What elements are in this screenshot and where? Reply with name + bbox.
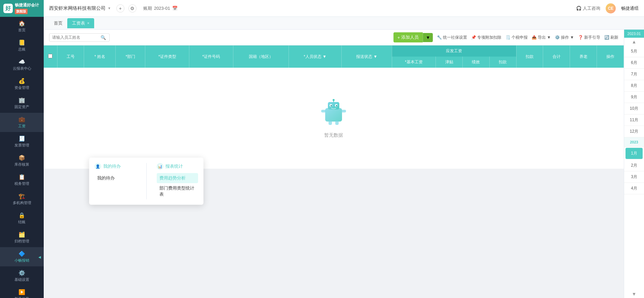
month-item-9[interactable]: 9月	[624, 92, 644, 103]
company-selector[interactable]: 西安虾米网络科技有限公司 ▼	[49, 5, 111, 11]
fund-icon: 💰	[18, 78, 25, 84]
month-item-3[interactable]: 3月	[624, 171, 644, 183]
sidebar-item-invoice[interactable]: 🧾 发票管理	[0, 132, 44, 151]
empty-state: 暂无数据	[44, 68, 624, 169]
add-person-btn[interactable]: + 添加人员	[393, 32, 423, 42]
calendar-icon[interactable]: 📅	[172, 6, 178, 11]
report-status-filter-icon[interactable]: ▼	[373, 54, 377, 59]
avatar-text: CE	[608, 6, 614, 11]
new-guide-action[interactable]: ❓ 新手引导	[578, 35, 600, 40]
sidebar-item-cloud-report[interactable]: ☁️ 云报表中心	[0, 55, 44, 74]
content-area: 🔍 + 添加人员 ▼ 🔧 统一社保设置 📌	[44, 30, 644, 298]
operation-arrow-icon: ▼	[570, 35, 574, 40]
user-avatar: CE	[606, 3, 616, 13]
social-insurance-icon: 🔧	[437, 35, 442, 40]
tab-home[interactable]: 首页	[49, 18, 67, 28]
th-report-status: 报送状态 ▼	[342, 45, 392, 68]
sidebar-label-multi-org: 多机构管理	[13, 200, 31, 205]
popup-section: 👤 我的待办 我的待办 📊 报表统计 费用趋势分析 部门费用类型统计表	[94, 163, 198, 199]
sidebar-label-inventory: 库存核算	[14, 162, 29, 167]
svg-point-7	[336, 105, 337, 106]
sidebar-label-archive: 归档管理	[14, 239, 29, 244]
popup-title-todo: 👤 我的待办	[94, 163, 136, 170]
month-item-1-current[interactable]: 1月	[626, 148, 643, 159]
th-payable-wage: 应发工资	[392, 45, 516, 57]
th-total: 合计	[543, 45, 570, 68]
th-operation: 操作	[597, 45, 624, 68]
month-item-5[interactable]: 5月	[624, 46, 644, 57]
tab-area-close-btn[interactable]: ×	[636, 4, 639, 9]
tab-wage-table[interactable]: 工资表 ×	[67, 18, 94, 28]
person-status-filter-icon[interactable]: ▼	[323, 54, 327, 59]
settings-btn[interactable]: ⚙	[128, 4, 137, 12]
empty-illustration	[318, 98, 349, 128]
sidebar-item-fund[interactable]: 💰 资金管理	[0, 74, 44, 94]
refresh-icon: 🔄	[604, 35, 609, 40]
customer-service-btn[interactable]: 🎧 人工咨询	[576, 5, 600, 11]
sidebar-item-home[interactable]: 🏠 首页	[0, 17, 44, 36]
sidebar-item-ledger[interactable]: 📒 总账	[0, 36, 44, 55]
month-up-btn[interactable]: ▲	[624, 38, 644, 46]
sidebar-item-archive[interactable]: 🗂️ 归档管理	[0, 228, 44, 247]
social-insurance-action[interactable]: 🔧 统一社保设置	[437, 35, 467, 40]
tab-bar: 首页 工资表 × ×	[44, 17, 644, 30]
svg-rect-0	[325, 108, 342, 122]
sidebar-item-new-guide[interactable]: ▶️ 新手引导	[0, 286, 44, 298]
month-item-8[interactable]: 8月	[624, 80, 644, 92]
operation-label: 操作	[561, 35, 569, 40]
month-item-4[interactable]: 4月	[624, 183, 644, 194]
dropdown-popup: 👤 我的待办 我的待办 📊 报表统计 费用趋势分析 部门费用类型统计表	[89, 158, 203, 205]
svg-point-3	[333, 99, 335, 101]
tab-close-btn[interactable]: ×	[87, 21, 89, 26]
special-deduction-action[interactable]: 📌 专项附加扣除	[471, 35, 501, 40]
sidebar-item-tax[interactable]: 📋 税务管理	[0, 170, 44, 190]
sidebar-item-closing[interactable]: 🔒 结账	[0, 209, 44, 228]
cloud-icon: ☁️	[18, 59, 25, 65]
search-icon[interactable]: 🔍	[101, 35, 106, 40]
month-item-7[interactable]: 7月	[624, 69, 644, 80]
header-actions: + ⚙ 账期 2023-01 📅	[116, 4, 178, 12]
personal-tax-action[interactable]: 🗒️ 个税申报	[505, 35, 528, 40]
sidebar-label-settings: 基础设置	[14, 277, 29, 282]
month-item-10[interactable]: 10月	[624, 103, 644, 114]
month-down-btn[interactable]: ▼	[624, 290, 644, 298]
sidebar-item-inventory[interactable]: 📦 库存核算	[0, 151, 44, 170]
add-company-btn[interactable]: +	[116, 4, 124, 12]
tax-icon: 📋	[18, 174, 25, 180]
search-input[interactable]	[52, 35, 99, 40]
reports-title-icon: 📊	[157, 163, 163, 170]
sidebar-item-basic-settings[interactable]: ⚙️ 基础设置	[0, 266, 44, 286]
sidebar-item-xiao-chang-xiao[interactable]: 🔷 小畅报销 ◀	[0, 247, 44, 266]
collapse-arrow-icon: ◀	[38, 255, 41, 259]
popup-item-dept-cost[interactable]: 部门费用类型统计表	[157, 183, 198, 199]
month-item-12[interactable]: 12月	[624, 126, 644, 137]
sidebar-item-fixed-assets[interactable]: 🏢 固定资产	[0, 94, 44, 113]
sidebar-label-guide: 新手引导	[14, 296, 29, 298]
closing-icon: 🔒	[18, 212, 25, 219]
sidebar-item-wage[interactable]: 💼 工资	[0, 113, 44, 132]
export-arrow-icon: ▼	[547, 35, 551, 40]
operation-action[interactable]: ⚙️ 操作 ▼	[555, 35, 574, 40]
select-all-checkbox[interactable]	[48, 54, 52, 58]
month-item-2[interactable]: 2月	[624, 160, 644, 171]
search-wrap: 🔍	[49, 33, 110, 42]
app-logo: 好 畅捷通好会计 旗舰版	[0, 0, 44, 17]
archive-icon: 🗂️	[18, 231, 25, 238]
sidebar-item-multi-org[interactable]: 🏗️ 多机构管理	[0, 190, 44, 209]
fixed-assets-icon: 🏢	[18, 97, 25, 103]
month-item-6[interactable]: 6月	[624, 57, 644, 69]
add-person-label: 添加人员	[401, 34, 419, 40]
export-action[interactable]: 📤 导出 ▼	[532, 35, 551, 40]
month-year-2023: 2023	[624, 137, 644, 147]
popup-divider	[146, 163, 147, 199]
refresh-action[interactable]: 🔄 刷新	[604, 35, 618, 40]
popup-col-todo: 👤 我的待办 我的待办	[94, 163, 136, 199]
popup-item-todo[interactable]: 我的待办	[94, 173, 136, 183]
add-person-dropdown-btn[interactable]: ▼	[423, 33, 433, 42]
toolbar-right: + 添加人员 ▼ 🔧 统一社保设置 📌 专项附加扣除 🗒️	[393, 32, 618, 42]
robot-svg	[318, 98, 349, 128]
todo-title-label: 我的待办	[103, 163, 121, 169]
popup-item-cost-trend[interactable]: 费用趋势分析	[157, 173, 198, 183]
svg-point-6	[331, 105, 332, 106]
month-item-11[interactable]: 11月	[624, 114, 644, 126]
